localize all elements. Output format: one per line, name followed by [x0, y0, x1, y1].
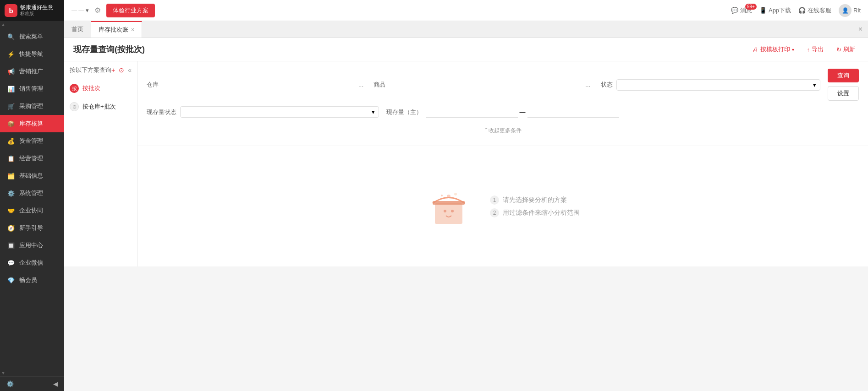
- inv-status-label: 现存量状态: [147, 108, 176, 116]
- nav-label-inventory: 库存核算: [19, 119, 43, 128]
- status-filter: 状态 ▾: [601, 79, 820, 91]
- tab-inventory-batch[interactable]: 库存批次账 ×: [91, 21, 142, 38]
- nav-label-operations: 经营管理: [19, 154, 43, 163]
- solution-wh-label: 按仓库+批次: [82, 103, 116, 111]
- tip-text-2: 用过滤条件来缩小分析范围: [503, 209, 580, 217]
- warehouse-more-btn[interactable]: ...: [356, 81, 367, 88]
- sidebar-item-purchase[interactable]: 🛒采购管理: [0, 98, 64, 115]
- tab-close-icon[interactable]: ×: [131, 27, 134, 33]
- status-dropdown-arrow: ▾: [813, 81, 816, 88]
- tab-home-label: 首页: [71, 25, 83, 33]
- filter-area: 仓库 ... 商品 ... 状态: [137, 61, 868, 146]
- solution-wh-icon: ⊙: [70, 102, 79, 111]
- warehouse-filter-input[interactable]: [162, 79, 352, 90]
- tip-text-1: 请先选择要分析的方案: [503, 196, 567, 204]
- svg-point-4: [441, 195, 443, 196]
- app-download-label: App下载: [769, 6, 791, 15]
- sidebar-item-wechat[interactable]: 💬企业微信: [0, 254, 64, 272]
- tab-active-label: 库存批次账: [99, 26, 128, 34]
- experience-btn[interactable]: 体验行业方案: [106, 4, 155, 17]
- sidebar-item-inventory[interactable]: 📦库存核算: [0, 115, 64, 132]
- nav-icon-purchase: 🛒: [6, 102, 16, 111]
- refresh-btn[interactable]: ↻ 刷新: [833, 43, 859, 55]
- sidebar-header: b 畅康通好生意 标准版: [0, 0, 64, 21]
- qty-range-from[interactable]: [426, 107, 517, 118]
- app-logo: b: [5, 4, 17, 17]
- sidebar-item-apps[interactable]: 🔲应用中心: [0, 237, 64, 254]
- settings-btn[interactable]: 设置: [828, 86, 859, 101]
- nav-label-marketing: 营销推广: [19, 67, 43, 76]
- warehouse-filter-label: 仓库: [147, 81, 159, 89]
- sidebar-collapse-icon[interactable]: ◀: [53, 380, 58, 387]
- sidebar-item-guide[interactable]: 🧭新手引导: [0, 219, 64, 237]
- topbar-breadcrumb-dropdown[interactable]: — — ▾: [71, 7, 89, 14]
- app-download-btn[interactable]: 📱 App下载: [759, 6, 791, 15]
- nav-label-finance: 资金管理: [19, 137, 43, 145]
- solution-batch[interactable]: 按 按批次: [64, 79, 137, 98]
- nav-icon-system: ⚙️: [6, 189, 16, 198]
- inv-qty-label: 现存量（主）: [386, 108, 422, 116]
- tab-home[interactable]: 首页: [64, 21, 91, 38]
- messages-btn[interactable]: 💬 消息 99+: [731, 6, 752, 15]
- nav-icon-search: 🔍: [6, 32, 16, 41]
- nav-label-vip: 畅会员: [19, 276, 37, 284]
- user-avatar: 👤: [839, 4, 852, 17]
- inv-status-arrow: ▾: [372, 109, 375, 115]
- sidebar-item-vip[interactable]: 💎畅会员: [0, 272, 64, 289]
- nav-label-wechat: 企业微信: [19, 259, 43, 267]
- sidebar-item-marketing[interactable]: 📢营销推广: [0, 63, 64, 80]
- print-template-btn[interactable]: 🖨 按模板打印 ▾: [749, 43, 798, 55]
- sidebar-item-operations[interactable]: 📋经营管理: [0, 150, 64, 167]
- avatar-icon: 👤: [842, 7, 849, 14]
- sidebar-item-basic[interactable]: 🗂️基础信息: [0, 167, 64, 185]
- nav-label-apps: 应用中心: [19, 241, 43, 250]
- qty-range: —: [426, 107, 619, 118]
- panel-collapse-icon[interactable]: «: [128, 66, 132, 74]
- svg-point-3: [454, 193, 457, 196]
- panel-add-icon[interactable]: +: [111, 66, 115, 74]
- nav-icon-basic: 🗂️: [6, 171, 16, 180]
- export-btn[interactable]: ↑ 导出: [803, 43, 828, 55]
- product-more-btn[interactable]: ...: [582, 81, 593, 88]
- sidebar-item-system[interactable]: ⚙️系统管理: [0, 185, 64, 202]
- page-header: 现存量查询(按批次) 🖨 按模板打印 ▾ ↑ 导出 ↻ 刷新: [64, 38, 868, 61]
- range-sep: —: [520, 109, 526, 115]
- qty-range-to[interactable]: [527, 107, 619, 118]
- status-dropdown[interactable]: ▾: [616, 79, 820, 91]
- sidebar-footer: ⚙️ ◀: [0, 376, 64, 391]
- sidebar-item-search[interactable]: 🔍搜索菜单: [0, 28, 64, 45]
- scroll-up-btn[interactable]: ▲: [0, 21, 64, 28]
- scroll-down-btn[interactable]: ▼: [0, 369, 64, 376]
- sidebar-item-shortcut[interactable]: ⚡快捷导航: [0, 45, 64, 63]
- collapse-label: 收起更多条件: [489, 127, 522, 135]
- online-support-label: 在线客服: [808, 6, 831, 15]
- inventory-qty-filter: 现存量（主） —: [386, 107, 619, 118]
- app-title-area: 畅康通好生意 标准版: [20, 4, 53, 17]
- online-support-btn[interactable]: 🎧 在线客服: [798, 6, 831, 15]
- collapse-row[interactable]: ⌃ 收起更多条件: [147, 123, 859, 138]
- inventory-status-filter: 现存量状态 ▾: [147, 106, 379, 118]
- page-title: 现存量查询(按批次): [73, 44, 145, 55]
- topbar-gear-icon[interactable]: ⚙: [94, 6, 101, 15]
- nav-label-enterprise: 企业协同: [19, 206, 43, 215]
- sidebar-item-finance[interactable]: 💰资金管理: [0, 132, 64, 150]
- svg-point-2: [447, 195, 450, 198]
- query-btn[interactable]: 查询: [828, 69, 859, 82]
- product-filter-input[interactable]: [389, 79, 579, 90]
- nav-icon-guide: 🧭: [6, 223, 16, 233]
- inventory-status-dropdown[interactable]: ▾: [180, 106, 379, 118]
- tabs-close-all-btn[interactable]: ×: [853, 25, 868, 33]
- nav-label-guide: 新手引导: [19, 224, 43, 232]
- headset-icon: 🎧: [798, 7, 806, 14]
- product-filter-label: 商品: [374, 81, 385, 89]
- sidebar-item-sales[interactable]: 📊销售管理: [0, 80, 64, 98]
- sidebar-settings-icon[interactable]: ⚙️: [6, 380, 14, 387]
- solution-warehouse-batch[interactable]: ⊙ 按仓库+批次: [64, 98, 137, 116]
- nav-label-purchase: 采购管理: [19, 102, 43, 110]
- user-profile-btn[interactable]: 👤 Rit: [839, 4, 861, 17]
- sidebar-item-enterprise[interactable]: 🤝企业协同: [0, 202, 64, 219]
- nav-icon-operations: 📋: [6, 154, 16, 163]
- nav-icon-wechat: 💬: [6, 258, 16, 267]
- panel-settings-icon[interactable]: ⊙: [119, 66, 124, 74]
- collapse-arrow-icon: ⌃: [484, 127, 489, 135]
